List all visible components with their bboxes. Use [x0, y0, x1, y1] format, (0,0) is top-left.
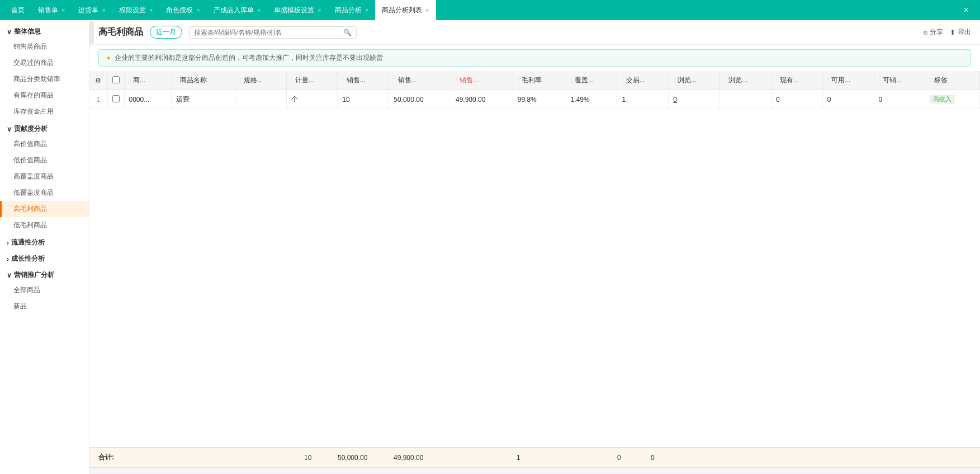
sidebar-collapse-button[interactable]: «: [89, 21, 94, 44]
sidebar-item-new-goods[interactable]: 新品: [0, 298, 89, 315]
footer-current-stock: 0: [613, 454, 646, 462]
col-view1[interactable]: :浏览...: [669, 71, 720, 90]
top-navigation: 首页 销售单 × 进货单 × 权限设置 × 角色授权 × 产成品入库单 × 单据…: [0, 0, 980, 20]
nav-item-template[interactable]: 单据模板设置 ×: [267, 0, 328, 20]
close-all-button[interactable]: ×: [957, 0, 976, 20]
sidebar-group-liquidity[interactable]: › 流通性分析: [0, 233, 89, 250]
col-sales-profit[interactable]: :销售...: [451, 71, 513, 90]
sidebar-item-in-stock[interactable]: 有库存的商品: [0, 87, 89, 104]
cell-current-stock: 0: [771, 90, 822, 109]
cell-tag: 高收入: [925, 90, 980, 109]
col-gross-margin[interactable]: :毛利率: [513, 71, 566, 90]
chevron-down-icon-3: ∨: [7, 271, 12, 279]
cell-sellable-stock: 0: [874, 90, 925, 109]
row-checkbox[interactable]: [112, 95, 120, 102]
col-sales-qty[interactable]: :销售...: [338, 71, 389, 90]
sidebar-group-contribution[interactable]: ∨ 贡献度分析: [0, 120, 89, 136]
cell-sales-qty: 10: [338, 90, 389, 109]
col-tag[interactable]: :标签: [925, 71, 980, 90]
sidebar-item-all-goods[interactable]: 全部商品: [0, 282, 89, 298]
nav-item-inbound[interactable]: 产成品入库单 ×: [207, 0, 267, 20]
share-button[interactable]: ⎋ 分享: [924, 27, 943, 37]
close-template-tab[interactable]: ×: [318, 7, 321, 13]
sidebar-group-overall[interactable]: ∨ 整体信息: [0, 22, 89, 39]
col-coverage[interactable]: :覆盖...: [566, 71, 617, 90]
close-purchase-tab[interactable]: ×: [102, 7, 105, 13]
nav-item-sales[interactable]: 销售单 ×: [31, 0, 72, 20]
col-available-stock[interactable]: :可用...: [822, 71, 874, 90]
footer-sales-qty: 10: [300, 454, 333, 462]
export-button[interactable]: ⬆ 导出: [950, 27, 971, 37]
nav-item-home[interactable]: 首页: [4, 0, 31, 20]
col-unit[interactable]: :计量...: [286, 71, 338, 90]
bottom-scrollbar[interactable]: [89, 467, 980, 474]
close-inbound-tab[interactable]: ×: [257, 7, 261, 13]
share-icon: ⎋: [924, 29, 927, 36]
select-all-checkbox[interactable]: [112, 76, 120, 83]
nav-item-analysis[interactable]: 商品分析 ×: [328, 0, 375, 20]
cell-checkbox: [107, 90, 124, 109]
cell-available-stock: 0: [822, 90, 874, 109]
sidebar-item-low-value[interactable]: 低价值商品: [0, 152, 89, 168]
cell-trade: 1: [617, 90, 669, 109]
col-view2[interactable]: :浏览...: [720, 71, 771, 90]
sidebar-item-low-coverage[interactable]: 低覆盖度商品: [0, 185, 89, 201]
search-icon[interactable]: 🔍: [343, 29, 352, 36]
content-area: « 高毛利商品 近一月 🔍 ⎋ 分享 ⬆ 导出 ✦ 企业的主要的利润都是这部: [89, 20, 980, 474]
search-input[interactable]: [194, 29, 340, 36]
footer-total: 合计: 10 50,000.00 49,900.00 1 0 0: [89, 447, 980, 467]
sidebar-item-high-coverage[interactable]: 高覆盖度商品: [0, 168, 89, 185]
tag-badge: 高收入: [930, 95, 955, 104]
close-sales-tab[interactable]: ×: [61, 7, 65, 13]
sidebar-item-high-value[interactable]: 高价值商品: [0, 136, 89, 152]
close-permissions-tab[interactable]: ×: [149, 7, 153, 13]
cell-sales-amount: 50,000.00: [389, 90, 451, 109]
footer-trade: 1: [512, 454, 546, 462]
col-sellable-stock[interactable]: :可销...: [874, 71, 925, 90]
sidebar-group-marketing[interactable]: ∨ 营销推广分析: [0, 266, 89, 282]
cell-view2: [720, 90, 771, 109]
content-header: « 高毛利商品 近一月 🔍 ⎋ 分享 ⬆ 导出: [89, 20, 980, 45]
sidebar-item-traded-goods[interactable]: 交易过的商品: [0, 55, 89, 71]
nav-item-analysis-list[interactable]: 商品分析列表 ×: [375, 0, 435, 20]
page-title: 高毛利商品: [98, 26, 143, 38]
sidebar-item-low-margin[interactable]: 低毛利商品: [0, 217, 89, 233]
sidebar-item-sales-goods[interactable]: 销售类商品: [0, 39, 89, 55]
time-filter-button[interactable]: 近一月: [150, 26, 182, 39]
footer-empty-6: [479, 454, 512, 462]
nav-item-roles[interactable]: 角色授权 ×: [159, 0, 206, 20]
col-checkbox: [107, 71, 124, 90]
col-trade[interactable]: :交易...: [617, 71, 669, 90]
col-sales-amount[interactable]: :销售...: [389, 71, 451, 90]
nav-item-purchase[interactable]: 进货单 ×: [72, 0, 112, 20]
col-current-stock[interactable]: :现有...: [771, 71, 822, 90]
sidebar-item-stock-capital[interactable]: 库存资金占用: [0, 104, 89, 120]
footer-empty-5: [445, 454, 479, 462]
close-analysis-tab[interactable]: ×: [365, 7, 368, 13]
table-header-row: ⚙ :商... :商品名称 :规格... :计量... :销售... :销售..…: [89, 71, 980, 90]
cell-name: 运费: [171, 90, 235, 109]
close-analysis-list-tab[interactable]: ×: [425, 7, 429, 13]
nav-item-permissions[interactable]: 权限设置 ×: [112, 0, 159, 20]
footer-empty-3: [221, 454, 266, 462]
cell-code: 0000...: [124, 90, 171, 109]
col-spec[interactable]: :规格...: [235, 71, 286, 90]
header-actions: ⎋ 分享 ⬆ 导出: [924, 27, 971, 37]
sidebar-item-high-margin[interactable]: 高毛利商品: [0, 201, 89, 217]
sidebar-item-category-rate[interactable]: 商品分类助销率: [0, 71, 89, 87]
col-name[interactable]: :商品名称: [171, 71, 235, 90]
footer-empty-8: [579, 454, 613, 462]
cell-sales-profit: 49,900.00: [451, 90, 513, 109]
settings-icon[interactable]: ⚙: [95, 77, 101, 85]
info-icon: ✦: [106, 54, 111, 62]
close-roles-tab[interactable]: ×: [196, 7, 200, 13]
sidebar-group-growth[interactable]: › 成长性分析: [0, 250, 89, 266]
cell-view1[interactable]: 0: [669, 90, 720, 109]
info-banner-text: 企业的主要的利润都是这部分商品创造的，可考虑加大推广，同时关注库存是不要出现缺货: [115, 53, 383, 63]
footer-empty-1: [132, 454, 177, 462]
export-icon: ⬆: [950, 29, 955, 36]
col-settings[interactable]: ⚙: [89, 71, 107, 90]
col-code[interactable]: :商...: [124, 71, 171, 90]
main-layout: ∨ 整体信息 销售类商品 交易过的商品 商品分类助销率 有库存的商品 库存资金占…: [0, 20, 980, 474]
chevron-down-icon: ∨: [7, 28, 12, 36]
